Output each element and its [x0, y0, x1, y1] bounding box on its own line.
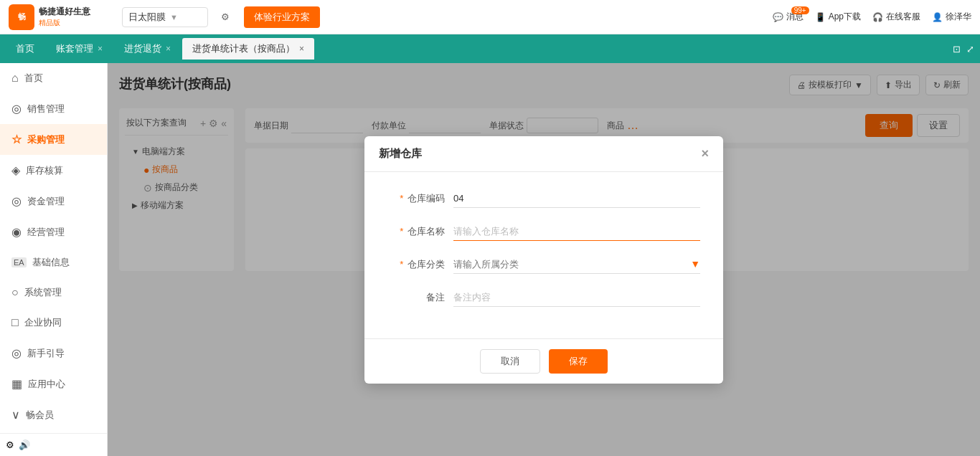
store-selector[interactable]: 日太阳膜 ▼	[122, 7, 208, 27]
tab-restore-icon[interactable]: ⊡	[953, 44, 961, 54]
tab-home[interactable]: 首页	[6, 38, 44, 60]
user-icon: 👤	[932, 12, 943, 22]
sidebar-item-operations[interactable]: ◉ 经营管理	[0, 217, 107, 247]
category-dropdown-arrow[interactable]: ▼	[690, 258, 700, 270]
app-download-btn[interactable]: 📱 App下载	[815, 11, 861, 23]
headset-icon: 🎧	[872, 12, 883, 22]
online-service-btn[interactable]: 🎧 在线客服	[872, 11, 920, 23]
sidebar: ⌂ 首页 ◎ 销售管理 ☆ 采购管理 ◈ 库存核算 ◎ 资金管理 ◉ 经营管理 …	[0, 63, 108, 456]
member-icon: ∨	[11, 408, 20, 422]
sidebar-label-home: 首页	[24, 72, 43, 85]
sidebar-label-sales: 销售管理	[27, 103, 65, 115]
sidebar-label-base-info: 基础信息	[32, 256, 70, 269]
tab-home-label: 首页	[16, 42, 34, 55]
system-icon: ○	[11, 286, 19, 299]
modal-backdrop: 新增仓库 × * 仓库编码 *	[108, 63, 980, 456]
sidebar-label-operations: 经营管理	[27, 226, 65, 239]
name-input[interactable]	[453, 222, 700, 241]
add-warehouse-modal: 新增仓库 × * 仓库编码 *	[364, 136, 723, 384]
form-row-name: * 仓库名称	[387, 222, 700, 241]
cancel-button[interactable]: 取消	[480, 349, 540, 374]
close-tab-purchase-return[interactable]: ×	[166, 44, 171, 54]
home-icon: ⌂	[11, 72, 19, 85]
tab-purchase-stats-label: 进货单统计表（按商品）	[192, 42, 295, 55]
phone-icon: 📱	[815, 12, 826, 22]
main-layout: ⌂ 首页 ◎ 销售管理 ☆ 采购管理 ◈ 库存核算 ◎ 资金管理 ◉ 经营管理 …	[0, 63, 980, 456]
sidebar-item-purchase[interactable]: ☆ 采购管理	[0, 124, 107, 155]
base-info-icon: EA	[11, 257, 27, 267]
sidebar-item-system[interactable]: ○ 系统管理	[0, 277, 107, 308]
user-avatar-btn[interactable]: 👤 徐泽华	[932, 11, 971, 23]
finance-icon: ◎	[11, 194, 22, 208]
form-row-code: * 仓库编码	[387, 189, 700, 208]
close-tab-purchase-stats[interactable]: ×	[299, 44, 304, 54]
sidebar-label-purchase: 采购管理	[27, 133, 65, 146]
tab-purchase-stats[interactable]: 进货单统计表（按商品） ×	[182, 38, 314, 60]
sidebar-label-app-center: 应用中心	[28, 378, 65, 391]
sidebar-label-guide: 新手引导	[27, 347, 65, 360]
tab-purchase-return-label: 进货退货	[124, 42, 161, 55]
category-label: * 仓库分类	[387, 258, 445, 271]
settings-gear-icon[interactable]: ⚙	[214, 6, 237, 29]
tab-right-controls: ⊡ ⤢	[953, 44, 974, 54]
purchase-icon: ☆	[11, 133, 22, 146]
sidebar-settings-icon: ⚙	[6, 440, 14, 450]
sidebar-speaker-icon: 🔊	[19, 440, 30, 450]
app-logo: 畅	[9, 4, 34, 30]
inventory-icon: ◈	[11, 163, 20, 177]
category-select-wrap: ▼	[453, 255, 700, 274]
sidebar-label-system: 系统管理	[24, 286, 62, 299]
store-dropdown-arrow: ▼	[170, 13, 178, 22]
close-tab-accounts[interactable]: ×	[98, 44, 103, 54]
note-label: 备注	[387, 291, 445, 304]
code-input[interactable]	[453, 189, 700, 208]
top-header: 畅 畅捷通好生意 精品版 日太阳膜 ▼ ⚙ 体验行业方案 💬 消息 99+ 📱 …	[0, 0, 980, 34]
sidebar-item-enterprise[interactable]: □ 企业协同	[0, 308, 107, 338]
enterprise-icon: □	[11, 316, 19, 329]
header-right: 💬 消息 99+ 📱 App下载 🎧 在线客服 👤 徐泽华	[773, 11, 971, 23]
save-button[interactable]: 保存	[549, 349, 608, 374]
message-icon: 💬	[773, 12, 783, 22]
sidebar-item-inventory[interactable]: ◈ 库存核算	[0, 155, 107, 186]
tab-accounts[interactable]: 账套管理 ×	[46, 38, 113, 60]
logo-text: 畅捷通好生意 精品版	[39, 6, 90, 28]
note-input[interactable]	[453, 288, 700, 307]
sidebar-label-finance: 资金管理	[27, 195, 65, 208]
modal-header: 新增仓库 ×	[364, 136, 723, 172]
tab-accounts-label: 账套管理	[56, 42, 93, 55]
modal-body: * 仓库编码 * 仓库名称	[364, 172, 723, 338]
sidebar-settings-bottom[interactable]: ⚙ 🔊	[0, 433, 107, 456]
guide-icon: ◎	[11, 346, 22, 360]
logo-area: 畅 畅捷通好生意 精品版	[9, 4, 116, 30]
sidebar-item-sales[interactable]: ◎ 销售管理	[0, 93, 107, 124]
trial-btn[interactable]: 体验行业方案	[244, 6, 320, 28]
name-label: * 仓库名称	[387, 225, 445, 238]
content-area: 进货单统计(按商品) 🖨 按模板打印 ▼ ⬆ 导出 ↻ 刷新	[108, 63, 980, 456]
sidebar-label-enterprise: 企业协同	[24, 316, 62, 329]
modal-title: 新增仓库	[379, 147, 422, 161]
sidebar-item-home[interactable]: ⌂ 首页	[0, 63, 107, 93]
sidebar-item-base-info[interactable]: EA 基础信息	[0, 247, 107, 277]
sales-icon: ◎	[11, 102, 22, 115]
messages-btn[interactable]: 💬 消息 99+	[773, 11, 804, 23]
modal-footer: 取消 保存	[364, 338, 723, 384]
operations-icon: ◉	[11, 225, 22, 239]
sidebar-item-app-center[interactable]: ▦ 应用中心	[0, 369, 107, 399]
sidebar-item-finance[interactable]: ◎ 资金管理	[0, 186, 107, 217]
modal-close-btn[interactable]: ×	[701, 146, 709, 161]
sidebar-item-guide[interactable]: ◎ 新手引导	[0, 338, 107, 369]
category-input[interactable]	[453, 255, 690, 273]
app-center-icon: ▦	[11, 377, 22, 391]
sidebar-label-inventory: 库存核算	[26, 164, 63, 177]
tab-bar: 首页 账套管理 × 进货退货 × 进货单统计表（按商品） × ⊡ ⤢	[0, 34, 980, 63]
code-label: * 仓库编码	[387, 192, 445, 205]
tab-expand-icon[interactable]: ⤢	[966, 44, 974, 54]
sidebar-item-member[interactable]: ∨ 畅会员	[0, 399, 107, 430]
tab-purchase-return[interactable]: 进货退货 ×	[114, 38, 181, 60]
sidebar-label-member: 畅会员	[26, 409, 54, 422]
form-row-note: 备注	[387, 288, 700, 307]
form-row-category: * 仓库分类 ▼	[387, 255, 700, 274]
